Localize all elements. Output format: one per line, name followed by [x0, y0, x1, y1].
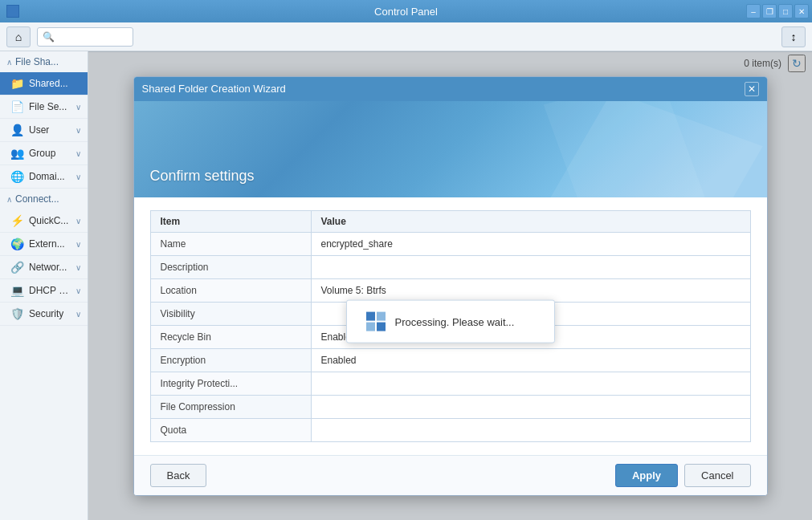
user-chevron: ∨ [75, 126, 81, 135]
cancel-button[interactable]: Cancel [684, 464, 750, 487]
modal-header-title: Confirm settings [150, 168, 255, 185]
back-button[interactable]: Back [150, 464, 207, 487]
processing-icon-q2 [377, 312, 386, 321]
sidebar-item-quickconnect[interactable]: ⚡ QuickC... ∨ [0, 209, 88, 233]
modal-title-bar: Shared Folder Creation Wizard ✕ [134, 77, 767, 101]
row-item: File Compression [150, 395, 311, 418]
search-input[interactable] [37, 27, 133, 47]
dhcp-icon: 💻 [10, 283, 24, 298]
file-sharing-label: File Sha... [15, 56, 59, 67]
maximize-button[interactable]: ❐ [762, 4, 777, 18]
column-header-item: Item [150, 210, 311, 232]
modal-body: Item Value Nameencrypted_shareDescriptio… [134, 197, 767, 455]
modal-overlay: Shared Folder Creation Wizard ✕ Confirm … [88, 51, 812, 520]
row-value [311, 395, 750, 418]
row-item: Location [150, 278, 311, 302]
app-title: Control Panel [374, 6, 438, 18]
row-item: Quota [150, 418, 311, 441]
close-button[interactable]: ✕ [794, 4, 809, 18]
footer-left: Back [150, 464, 207, 487]
toolbar: ⌂ ↕ [0, 22, 812, 51]
home-button[interactable]: ⌂ [6, 26, 31, 47]
sidebar-item-domain-label: Domai... [29, 171, 65, 182]
row-item: Integrity Protecti... [150, 372, 311, 395]
main-layout: ∧ File Sha... 📁 Shared... 📄 File Se... ∨… [0, 51, 812, 520]
table-row: File Compression [150, 395, 750, 418]
sidebar-item-network-label: Networ... [29, 262, 67, 273]
row-value [311, 372, 750, 395]
sidebar-item-security-label: Security [29, 308, 63, 319]
modal-header-banner: Confirm settings [134, 101, 767, 197]
sidebar-item-quickconnect-label: QuickC... [29, 215, 68, 226]
quickconnect-chevron: ∨ [75, 217, 81, 225]
processing-icon-q4 [377, 323, 386, 331]
sidebar-item-file-services-label: File Se... [29, 101, 67, 112]
minimize-button[interactable]: – [746, 4, 761, 18]
home-icon: ⌂ [15, 30, 22, 43]
modal-title: Shared Folder Creation Wizard [142, 83, 286, 95]
table-row: Nameencrypted_share [150, 232, 750, 255]
row-value: encrypted_share [311, 232, 750, 255]
row-item: Recycle Bin [150, 325, 311, 348]
processing-icon-q1 [366, 312, 375, 321]
title-bar-controls: – ❐ □ ✕ [746, 4, 809, 18]
restore-button[interactable]: □ [778, 4, 793, 18]
table-row: Quota [150, 418, 750, 441]
row-item: Visibility [150, 302, 311, 325]
table-row: Integrity Protecti... [150, 372, 750, 395]
file-services-chevron: ∨ [75, 103, 81, 112]
control-panel: Control Panel – ❐ □ ✕ ⌂ ↕ ∧ File Sha... … [0, 0, 812, 520]
sidebar-item-shared-folder[interactable]: 📁 Shared... [0, 72, 88, 95]
modal-footer: Back Apply Cancel [134, 455, 767, 495]
title-bar-left [6, 5, 22, 18]
sidebar-item-group-label: Group [29, 148, 55, 159]
sidebar-item-user-label: User [29, 124, 49, 136]
connect-label: Connect... [15, 193, 59, 205]
row-item: Encryption [150, 348, 311, 372]
domain-chevron: ∨ [75, 173, 81, 181]
sidebar-item-external[interactable]: 🌍 Extern... ∨ [0, 233, 88, 256]
quickconnect-icon: ⚡ [10, 213, 24, 228]
sidebar-item-network[interactable]: 🔗 Networ... ∨ [0, 256, 88, 279]
file-sharing-collapse-icon: ∧ [6, 58, 12, 67]
group-icon: 👥 [10, 146, 24, 160]
sidebar-item-domain[interactable]: 🌐 Domai... ∨ [0, 165, 88, 189]
row-value: Volume 5: Btrfs [311, 278, 750, 302]
footer-right: Apply Cancel [615, 464, 751, 487]
modal-close-button[interactable]: ✕ [745, 82, 759, 96]
dhcp-chevron: ∨ [75, 286, 81, 295]
sort-button[interactable]: ↕ [781, 26, 806, 47]
sidebar-item-security[interactable]: 🛡️ Security ∨ [0, 303, 88, 326]
sidebar-item-dhcp[interactable]: 💻 DHCP S... ∨ [0, 279, 88, 303]
modal-dialog: Shared Folder Creation Wizard ✕ Confirm … [133, 76, 768, 496]
row-value: Enabled [311, 348, 750, 372]
row-value [311, 418, 750, 441]
app-icon [6, 5, 19, 18]
sidebar-item-file-services[interactable]: 📄 File Se... ∨ [0, 95, 88, 119]
sidebar-item-user[interactable]: 👤 User ∨ [0, 119, 88, 142]
table-row: Description [150, 255, 750, 278]
table-row: EncryptionEnabled [150, 348, 750, 372]
security-icon: 🛡️ [10, 307, 24, 321]
content-area: Shared Folder Creation Wizard ✕ Confirm … [88, 51, 812, 520]
sidebar-item-group[interactable]: 👥 Group ∨ [0, 142, 88, 165]
apply-button[interactable]: Apply [615, 464, 678, 487]
domain-icon: 🌐 [10, 169, 24, 184]
sidebar-item-dhcp-label: DHCP S... [29, 285, 71, 296]
sort-icon: ↕ [791, 30, 797, 43]
sidebar-file-sharing-header[interactable]: ∧ File Sha... [0, 51, 88, 72]
security-chevron: ∨ [75, 310, 81, 319]
processing-popup: Processing. Please wait... [346, 300, 555, 343]
row-item: Description [150, 255, 311, 278]
processing-icon [366, 312, 386, 331]
column-header-value: Value [311, 210, 750, 232]
table-row: LocationVolume 5: Btrfs [150, 278, 750, 302]
shared-folder-icon: 📁 [10, 76, 24, 91]
external-chevron: ∨ [75, 240, 81, 249]
connect-collapse-icon: ∧ [6, 195, 12, 204]
row-item: Name [150, 232, 311, 255]
sidebar-connect-header[interactable]: ∧ Connect... [0, 189, 88, 209]
network-icon: 🔗 [10, 260, 24, 274]
row-value [311, 255, 750, 278]
processing-text: Processing. Please wait... [395, 315, 515, 327]
